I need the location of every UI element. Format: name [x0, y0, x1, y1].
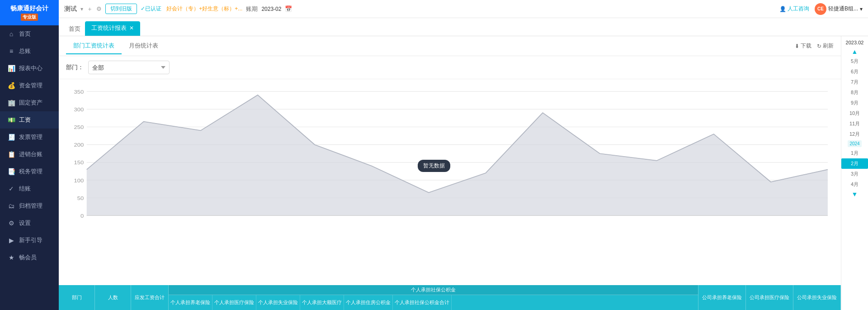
sidebar-item-reports[interactable]: 📊报表中心	[0, 60, 59, 77]
sidebar-item-invoice[interactable]: 🧾发票管理	[0, 129, 59, 146]
sidebar-label-tax: 税务管理	[19, 167, 42, 176]
svg-text:100: 100	[74, 177, 84, 183]
tabbar: 首页 工资统计报表 ✕	[59, 18, 868, 36]
sidebar-label-invoice: 发票管理	[19, 133, 42, 141]
date-nav-down[interactable]: ▼	[841, 190, 868, 199]
chart-area: 350300250200150100500 暂无数据	[59, 79, 841, 285]
sidebar-label-assets: 固定资产	[19, 99, 42, 107]
topbar-dropdown-icon[interactable]: ▾	[80, 6, 83, 12]
tab-label: 工资统计报表	[91, 24, 127, 32]
sidebar-icon-closing: ✓	[7, 185, 15, 192]
date-month-2024[interactable]: 2月	[841, 158, 868, 169]
svg-text:350: 350	[74, 89, 84, 95]
sidebar-item-ledger[interactable]: ≡总账	[0, 43, 59, 60]
tab-close-icon[interactable]: ✕	[129, 25, 134, 31]
tab-home[interactable]: 首页	[64, 22, 85, 36]
help-btn[interactable]: 👤 人工咨询	[779, 5, 809, 13]
user-menu[interactable]: CE 轻捷通B组... ▾	[815, 3, 863, 15]
sidebar-item-member[interactable]: ★畅会员	[0, 249, 59, 266]
sidebar-label-archive: 归档管理	[19, 202, 42, 210]
sidebar-item-assets[interactable]: 🏢固定资产	[0, 94, 59, 111]
sidebar-label-payroll: 工资	[19, 116, 31, 124]
sidebar-label-member: 畅会员	[19, 253, 37, 262]
certified-tag: ✓已认证	[141, 5, 161, 13]
topbar-right: 👤 人工咨询 CE 轻捷通B组... ▾	[779, 3, 863, 15]
topbar-settings-icon[interactable]: ⚙	[96, 5, 102, 12]
date-month[interactable]: 9月	[841, 98, 868, 108]
sidebar-icon-invoice: 🧾	[7, 134, 15, 141]
svg-text:250: 250	[74, 124, 84, 130]
date-month-2024[interactable]: 3月	[841, 169, 868, 179]
refresh-btn[interactable]: ↻ 刷新	[817, 42, 834, 50]
right-date-panel: 2023.02▲5月6月7月8月9月10月11月12月20241月2月3月4月▼	[841, 36, 868, 310]
sidebar-icon-member: ★	[7, 254, 15, 261]
th-company-公司承担失业保险: 公司承担失业保险	[793, 285, 841, 310]
logo-main: 畅康通好会计	[10, 5, 48, 13]
sidebar-item-archive[interactable]: 🗂归档管理	[0, 197, 59, 215]
date-month[interactable]: 6月	[841, 67, 868, 77]
sidebar-nav: ⌂首页≡总账📊报表中心💰资金管理🏢固定资产💵工资🧾发票管理📋进销台账📑税务管理✓…	[0, 25, 59, 266]
th-personal-group: 个人承担社保公积金个人承担养老保险个人承担医疗保险个人承担失业保险个人承担大额医…	[169, 285, 698, 310]
sidebar-label-funds: 资金管理	[19, 81, 42, 90]
svg-text:200: 200	[74, 142, 84, 148]
sidebar-item-payroll[interactable]: 💵工资	[0, 111, 59, 129]
logo-sub: 专业版	[21, 14, 38, 21]
th-应发工资合计: 应发工资合计	[131, 285, 169, 310]
sidebar-icon-guide: ▶	[7, 237, 15, 244]
date-month[interactable]: 5月	[841, 56, 868, 67]
date-month[interactable]: 7月	[841, 77, 868, 87]
user-name: 轻捷通B组...	[828, 5, 858, 13]
sidebar-item-guide[interactable]: ▶新手引导	[0, 232, 59, 249]
sidebar-item-tax[interactable]: 📑税务管理	[0, 163, 59, 180]
topbar: 测试 ▾ ＋ ⚙ 切到旧版 ✓已认证 好会计（专）+好生意（标）+... 账期 …	[59, 0, 868, 18]
sidebar-item-sales[interactable]: 📋进销台账	[0, 146, 59, 163]
topbar-certified: ✓已认证 好会计（专）+好生意（标）+...	[141, 5, 242, 13]
switch-btn[interactable]: 切到旧版	[105, 4, 137, 14]
sidebar-label-closing: 结账	[19, 185, 31, 193]
date-month-2024[interactable]: 4月	[841, 179, 868, 190]
download-label: 下载	[801, 42, 811, 50]
date-month[interactable]: 8月	[841, 87, 868, 98]
sidebar-item-funds[interactable]: 💰资金管理	[0, 77, 59, 94]
sub-tab-dept[interactable]: 部门工资统计表	[66, 38, 122, 54]
svg-text:150: 150	[74, 160, 84, 166]
date-month[interactable]: 11月	[841, 119, 868, 129]
help-label: 人工咨询	[788, 5, 809, 13]
date-month[interactable]: 10月	[841, 108, 868, 119]
topbar-add-icon[interactable]: ＋	[87, 5, 93, 13]
sub-tabbar: 部门工资统计表 月份统计表 ⬇ 下载 ↻ 刷新	[59, 36, 841, 56]
sidebar-item-closing[interactable]: ✓结账	[0, 180, 59, 197]
th-col-个人承担失业保险: 个人承担失业保险	[256, 295, 300, 310]
tab-payroll-stats[interactable]: 工资统计报表 ✕	[85, 21, 140, 36]
sidebar-logo: 畅康通好会计 专业版	[0, 0, 59, 25]
th-col-个人承担医疗保险: 个人承担医疗保险	[212, 295, 256, 310]
sidebar-item-settings[interactable]: ⚙设置	[0, 215, 59, 232]
date-year-2024[interactable]: 2024	[848, 140, 861, 147]
th-personal-sub: 个人承担养老保险个人承担医疗保险个人承担失业保险个人承担大额医疗个人承担住房公积…	[169, 295, 698, 310]
th-company-公司承担养老保险: 公司承担养老保险	[698, 285, 746, 310]
svg-text:300: 300	[74, 107, 84, 113]
sidebar-item-home[interactable]: ⌂首页	[0, 25, 59, 43]
dept-filter-label: 部门：	[66, 63, 84, 72]
date-month[interactable]: 12月	[841, 129, 868, 139]
th-人数: 人数	[95, 285, 131, 310]
period-value: 2023-02	[261, 6, 281, 12]
help-icon: 👤	[779, 6, 786, 12]
calendar-icon[interactable]: 📅	[285, 5, 292, 12]
sidebar-label-ledger: 总账	[19, 47, 31, 55]
download-btn[interactable]: ⬇ 下载	[795, 42, 811, 50]
sidebar-icon-tax: 📑	[7, 168, 15, 175]
chart-svg: 350300250200150100500	[66, 84, 834, 229]
sub-tab-monthly[interactable]: 月份统计表	[122, 38, 165, 54]
sidebar-label-sales: 进销台账	[19, 150, 42, 158]
date-month-2024[interactable]: 1月	[841, 148, 868, 158]
sidebar-label-home: 首页	[19, 30, 31, 38]
dept-select[interactable]: 全部销售部财务部人事部技术部	[88, 61, 170, 74]
refresh-label: 刷新	[823, 42, 834, 50]
refresh-icon: ↻	[817, 43, 821, 49]
table-header: 部门人数应发工资合计个人承担社保公积金个人承担养老保险个人承担医疗保险个人承担失…	[59, 285, 841, 310]
sidebar-icon-home: ⌂	[7, 30, 15, 38]
sidebar-label-guide: 新手引导	[19, 236, 42, 244]
sidebar-icon-sales: 📋	[7, 151, 15, 158]
date-nav-up[interactable]: ▲	[841, 47, 868, 56]
